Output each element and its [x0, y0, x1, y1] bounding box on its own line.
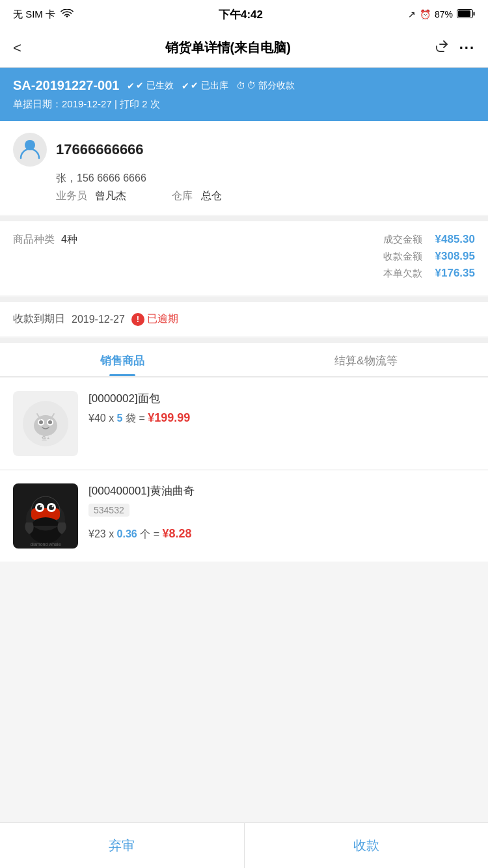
location-icon: ↗: [408, 9, 416, 20]
order-print-label: 打印 2 次: [120, 98, 160, 109]
product-total-1: ¥199.99: [148, 411, 190, 424]
partial-label: ⏱ 部分收款: [247, 80, 295, 92]
customer-info-row: 业务员 曾凡杰 仓库 总仓: [56, 189, 475, 203]
stats-left: 商品种类 4种: [13, 233, 77, 249]
product-qty-2: 0.36: [117, 528, 137, 539]
page-title: 销货单详情(来自电脑): [165, 39, 291, 57]
customer-section: 17666666666 张，156 6666 6666 业务员 曾凡杰 仓库 总…: [0, 121, 488, 215]
product-unit-1: 袋: [126, 413, 136, 424]
svg-point-6: [34, 415, 57, 436]
overdue-badge: ! 已逾期: [131, 312, 178, 326]
overdue-text: 已逾期: [147, 312, 178, 326]
more-button[interactable]: ···: [459, 40, 475, 57]
tab-settlement-label: 结算&物流等: [334, 355, 397, 367]
receipt-amount-value: ¥308.95: [435, 250, 475, 263]
deal-amount-value: ¥485.30: [435, 233, 475, 246]
stats-right: 成交金额 ¥485.30 收款金额 ¥308.95 本单欠款 ¥176.35: [383, 233, 475, 284]
product-price-row-1: ¥40 x 5 袋 = ¥199.99: [88, 411, 475, 426]
product-qty-1: 5: [117, 413, 123, 424]
battery-label: 87%: [435, 9, 453, 20]
product-image-2: diamond whale: [13, 483, 78, 549]
no-sim-label: 无 SIM 卡: [13, 8, 55, 21]
debt-amount-value: ¥176.35: [435, 267, 475, 280]
product-unit-2: 个: [140, 528, 150, 539]
deal-amount-row: 成交金额 ¥485.30: [383, 233, 475, 246]
receipt-amount-label: 收款金额: [383, 251, 422, 263]
product-type-label: 商品种类: [13, 233, 55, 247]
battery-icon: [457, 9, 475, 20]
product-placeholder-1: 鱼+: [13, 391, 78, 456]
due-label: 收款到期日: [13, 312, 65, 326]
product-eq-2: =: [154, 528, 163, 539]
product-eq-1: =: [139, 413, 148, 424]
bottom-bar: 弃审 收款: [0, 822, 488, 868]
list-item: diamond whale [000400001]黄油曲奇 534532 ¥23…: [0, 470, 488, 562]
product-list: 鱼+ [0000002]面包 ¥40 x 5 袋 = ¥199.99: [0, 378, 488, 615]
warehouse-value: 总仓: [201, 190, 222, 201]
due-section: 收款到期日 2019-12-27 ! 已逾期: [0, 302, 488, 336]
cancel-label: 弃审: [109, 837, 135, 854]
status-bar: 无 SIM 卡 下午4:42 ↗ ⏰ 87%: [0, 0, 488, 29]
debt-amount-row: 本单欠款 ¥176.35: [383, 267, 475, 280]
salesperson-label: 业务员: [56, 190, 87, 201]
svg-text:diamond whale: diamond whale: [30, 542, 61, 547]
back-button[interactable]: <: [13, 40, 21, 57]
debt-amount-label: 本单欠款: [383, 267, 422, 280]
partial-icon: ⏱: [236, 81, 245, 91]
product-info-2: [000400001]黄油曲奇 534532 ¥23 x 0.36 个 = ¥8…: [88, 483, 475, 541]
svg-point-9: [39, 420, 43, 424]
nav-bar: < 销货单详情(来自电脑) ···: [0, 29, 488, 68]
product-name-2: [000400001]黄油曲奇: [88, 483, 475, 498]
enacted-icon: ✔: [127, 81, 135, 91]
status-right: ↗ ⏰ 87%: [408, 9, 475, 20]
product-multiply-2: x: [109, 528, 116, 539]
avatar: [13, 133, 47, 167]
svg-rect-2: [473, 12, 474, 16]
status-shipped: ✔ ✔ 已出库: [182, 80, 228, 92]
order-id: SA-20191227-001: [13, 78, 119, 93]
product-image-1: 鱼+: [13, 391, 78, 456]
avatar-icon: [18, 136, 42, 164]
tab-sales-products[interactable]: 销售商品: [0, 343, 244, 376]
list-item: 鱼+ [0000002]面包 ¥40 x 5 袋 = ¥199.99: [0, 378, 488, 469]
share-button[interactable]: [435, 39, 449, 57]
product-type-row: 商品种类 4种: [13, 233, 77, 247]
status-left: 无 SIM 卡: [13, 8, 74, 21]
order-header: SA-20191227-001 ✔ ✔ 已生效 ✔ ✔ 已出库 ⏱ ⏱ 部分收款…: [0, 68, 488, 121]
warehouse-label: 仓库: [172, 190, 193, 201]
tabs-section: 销售商品 结算&物流等: [0, 343, 488, 377]
shipped-icon: ✔: [182, 81, 189, 91]
divider-2: [0, 297, 488, 302]
nav-right: ···: [435, 39, 475, 57]
tab-settlement[interactable]: 结算&物流等: [244, 343, 488, 376]
confirm-label: 收款: [353, 837, 379, 854]
status-enacted: ✔ ✔ 已生效: [127, 80, 174, 92]
cancel-button[interactable]: 弃审: [0, 823, 244, 868]
svg-point-10: [48, 420, 52, 424]
nav-left: <: [13, 40, 21, 57]
enacted-label: ✔ 已生效: [136, 80, 174, 92]
svg-rect-1: [458, 10, 470, 17]
deal-amount-label: 成交金额: [383, 234, 422, 246]
confirm-button[interactable]: 收款: [245, 823, 489, 868]
divider-3: [0, 338, 488, 343]
order-meta: 单据日期：2019-12-27 | 打印 2 次: [13, 98, 475, 111]
order-divider: |: [115, 98, 120, 109]
receipt-amount-row: 收款金额 ¥308.95: [383, 250, 475, 263]
customer-row: 17666666666: [13, 133, 475, 167]
product-price-row-2: ¥23 x 0.36 个 = ¥8.28: [88, 527, 475, 541]
product-sku-2: 534532: [88, 504, 129, 517]
svg-point-20: [40, 506, 42, 508]
salesperson-value: 曾凡杰: [95, 190, 126, 201]
order-date-label: 单据日期：2019-12-27: [13, 98, 112, 109]
svg-point-21: [52, 506, 54, 508]
tab-sales-label: 销售商品: [100, 355, 144, 367]
shipped-label: ✔ 已出库: [191, 80, 228, 92]
product-multiply-1: x: [109, 413, 116, 424]
svg-text:鱼+: 鱼+: [42, 435, 50, 441]
product-price-2: ¥23: [88, 528, 106, 539]
product-type-count: 4种: [61, 233, 77, 247]
alarm-icon: ⏰: [420, 9, 431, 20]
due-date: 2019-12-27: [72, 314, 125, 325]
stats-section: 商品种类 4种 成交金额 ¥485.30 收款金额 ¥308.95 本单欠款 ¥…: [0, 221, 488, 295]
